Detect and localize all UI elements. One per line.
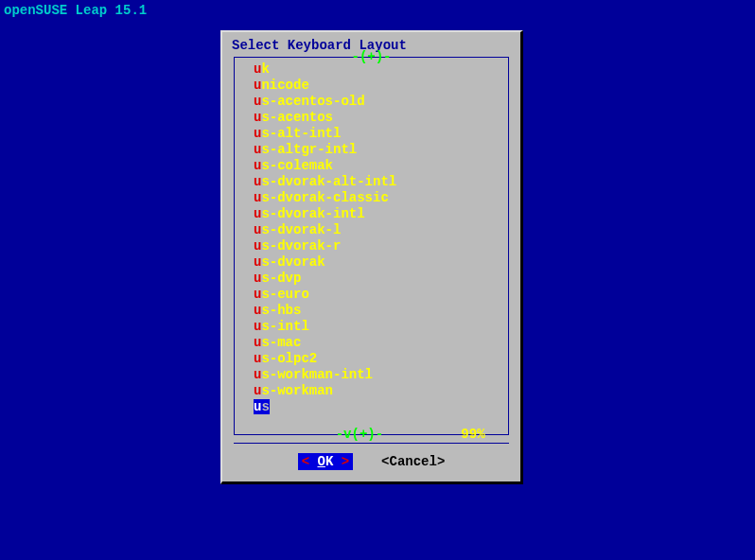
item-label: s-mac bbox=[261, 335, 301, 350]
item-label: s-acentos-old bbox=[261, 94, 364, 109]
list-item[interactable]: us-workman bbox=[254, 383, 508, 399]
item-label: s-alt-intl bbox=[261, 126, 341, 141]
keyboard-layout-list[interactable]: ukunicodeus-acentos-oldus-acentosus-alt-… bbox=[235, 60, 508, 417]
list-frame: -(+)- ukunicodeus-acentos-oldus-acentosu… bbox=[234, 57, 509, 435]
scroll-down-indicator[interactable]: -v(+)- 99% bbox=[248, 427, 494, 442]
right-arrow-icon: > bbox=[342, 454, 349, 469]
item-label: s-workman-intl bbox=[261, 367, 373, 382]
list-item[interactable]: us-dvorak bbox=[254, 254, 508, 271]
item-label: s-colemak bbox=[261, 158, 333, 173]
item-label: s-dvorak-r bbox=[261, 238, 341, 254]
keyboard-layout-dialog: Select Keyboard Layout -(+)- ukunicodeus… bbox=[220, 30, 523, 484]
list-item[interactable]: us-hbs bbox=[254, 303, 508, 319]
left-arrow-icon: < bbox=[302, 454, 309, 469]
item-label: s-workman bbox=[261, 383, 333, 398]
list-item[interactable]: us-workman-intl bbox=[254, 367, 508, 383]
list-item[interactable]: us-acentos bbox=[254, 110, 508, 126]
list-item[interactable]: us-mac bbox=[254, 335, 508, 351]
scroll-down-arrows: -v(+)- bbox=[257, 427, 461, 442]
ok-button[interactable]: < OK > bbox=[298, 453, 353, 470]
item-label: s-dvorak-classic bbox=[261, 190, 388, 205]
item-label: s-dvorak-alt-intl bbox=[261, 174, 396, 189]
scroll-percentage: 99% bbox=[461, 427, 484, 442]
item-label: s-dvorak-l bbox=[261, 222, 341, 237]
button-row: < OK > <Cancel> bbox=[226, 449, 517, 478]
list-item[interactable]: us-altgr-intl bbox=[254, 142, 508, 158]
list-item[interactable]: us-acentos-old bbox=[254, 94, 508, 110]
item-label: s bbox=[261, 399, 269, 414]
scroll-up-indicator[interactable]: -(+)- bbox=[351, 49, 391, 64]
item-label: nicode bbox=[261, 78, 308, 93]
item-label: s-altgr-intl bbox=[261, 142, 357, 157]
list-item[interactable]: us-dvorak-r bbox=[254, 238, 508, 254]
list-item[interactable]: us-alt-intl bbox=[254, 126, 508, 142]
list-item[interactable]: us-dvp bbox=[254, 271, 508, 287]
separator bbox=[234, 443, 509, 444]
item-label: s-dvorak-intl bbox=[261, 206, 364, 221]
list-item[interactable]: us-colemak bbox=[254, 158, 508, 174]
list-item[interactable]: us bbox=[254, 399, 508, 415]
item-label: s-intl bbox=[261, 319, 308, 334]
item-label: s-dvp bbox=[261, 271, 301, 286]
list-item[interactable]: unicode bbox=[254, 78, 508, 94]
list-item[interactable]: us-dvorak-classic bbox=[254, 190, 508, 206]
item-label: s-olpc2 bbox=[261, 351, 317, 366]
page-header: openSUSE Leap 15.1 bbox=[0, 0, 755, 21]
item-label: s-euro bbox=[261, 287, 308, 302]
list-item[interactable]: us-dvorak-intl bbox=[254, 206, 508, 222]
header-title: openSUSE Leap 15.1 bbox=[4, 3, 147, 18]
item-label: k bbox=[261, 61, 269, 77]
item-label: s-dvorak bbox=[261, 254, 325, 270]
list-item[interactable]: us-dvorak-alt-intl bbox=[254, 174, 508, 190]
list-item[interactable]: us-dvorak-l bbox=[254, 222, 508, 238]
list-item[interactable]: us-olpc2 bbox=[254, 351, 508, 367]
item-label: s-acentos bbox=[261, 110, 333, 125]
cancel-button[interactable]: <Cancel> bbox=[381, 453, 445, 470]
list-item[interactable]: us-euro bbox=[254, 287, 508, 303]
list-item[interactable]: us-intl bbox=[254, 319, 508, 335]
item-label: s-hbs bbox=[261, 303, 301, 318]
